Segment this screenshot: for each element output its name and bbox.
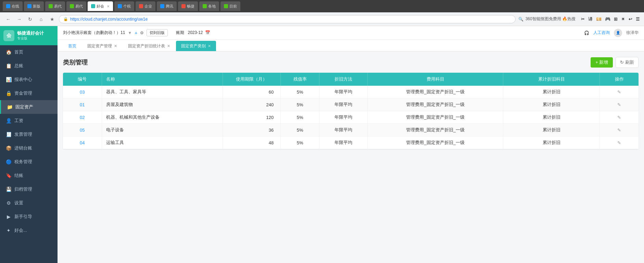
cell-period-2: 120 [223, 111, 281, 124]
cell-action-1[interactable]: ✎ [600, 98, 639, 111]
browser-tab-tax[interactable]: 个税 [114, 1, 134, 11]
browser-tab-chanjet[interactable]: 好会 ✕ [88, 1, 113, 11]
col-header-depreciation: 累计折旧科目 [503, 73, 600, 86]
tab-category[interactable]: 固定资产类别 ✕ [176, 41, 216, 51]
sidebar-item-home[interactable]: 🏠 首页 [0, 45, 58, 59]
cell-period-0: 60 [223, 86, 281, 98]
cell-name-4: 运输工具 [102, 136, 223, 149]
sidebar-item-funds[interactable]: 🔒 资金管理 [0, 86, 58, 100]
menu-icon[interactable]: ☰ [636, 16, 640, 22]
fixed-assets-icon: 📁 [7, 104, 13, 110]
edit-icon[interactable]: ✎ [617, 128, 621, 133]
tab-fixed-mgmt-label: 固定资产管理 [87, 43, 112, 49]
browser-tab-new[interactable]: 新版 [24, 1, 44, 11]
sidebar-item-more[interactable]: ✦ 好会... [0, 224, 58, 237]
browser-tab-online[interactable]: 在线 [3, 1, 23, 11]
col-header-period: 使用期限（月） [223, 73, 281, 86]
scissors-icon[interactable]: ✂ [581, 16, 585, 22]
cell-action-0[interactable]: ✎ [600, 86, 639, 98]
cell-action-2[interactable]: ✎ [600, 111, 639, 124]
more-icon: ✦ [5, 227, 12, 234]
sidebar-item-guide[interactable]: ▶ 新手引导 [0, 210, 58, 224]
nav-home[interactable]: ⌂ [37, 15, 45, 23]
add-button[interactable]: + 新增 [591, 57, 613, 68]
sidebar-item-invoice[interactable]: 🧾 发票管理 [0, 128, 58, 141]
nav-refresh[interactable]: ↻ [26, 15, 34, 23]
funds-icon: 🔒 [5, 90, 12, 96]
browser-tab-close-chanjet[interactable]: ✕ [107, 4, 110, 8]
cell-period-1: 240 [223, 98, 281, 111]
cell-expense-0: 管理费用_固定资产折旧_一级 [368, 86, 503, 98]
wallet-icon[interactable]: 💴 [596, 16, 602, 22]
nav-bookmark[interactable]: ★ [48, 15, 56, 23]
cell-action-4[interactable]: ✎ [600, 136, 639, 149]
nav-back[interactable]: ← [4, 15, 12, 23]
tab-depreciation[interactable]: 固定资产折旧统计表 ✕ [123, 41, 175, 51]
history-icon[interactable]: ↩ [629, 16, 632, 22]
archive-icon: 💾 [5, 186, 12, 192]
sidebar-item-reports[interactable]: 📊 报表中心 [0, 73, 58, 86]
topbar-add-icon[interactable]: + [135, 30, 137, 36]
switch-version-button[interactable]: 切到旧版 [147, 29, 168, 36]
sidebar-label-tax: 税务管理 [14, 159, 32, 165]
cell-expense-4: 管理费用_固定资产折旧_一级 [368, 136, 503, 149]
sidebar-label-funds: 资金管理 [14, 90, 32, 96]
tab-close-category[interactable]: ✕ [208, 44, 211, 48]
browser-tab-easy1[interactable]: 易代 [45, 1, 65, 11]
sidebar-item-checkout[interactable]: 🔖 结账 [0, 169, 58, 182]
topbar: 刘小艳演示账套（勿删勿动！）11 ▼ + ⚙ 切到旧版 账期 2023-12 📅… [58, 26, 644, 40]
sidebar-item-tax[interactable]: 🔵 税务管理 [0, 155, 58, 169]
sidebar-label-settings: 设置 [14, 200, 23, 206]
refresh-button[interactable]: ↻ 刷新 [616, 57, 639, 68]
sidebar-item-inventory[interactable]: 📦 进销台账 [0, 141, 58, 155]
topbar-settings-icon[interactable]: ⚙ [140, 31, 144, 35]
sidebar-item-settings[interactable]: ⚙ 设置 [0, 196, 58, 210]
sidebar-label-checkout: 结账 [14, 172, 23, 179]
brightness-icon[interactable]: ☀ [621, 16, 625, 22]
page-tabbar: 首页 固定资产管理 ✕ 固定资产折旧统计表 ✕ 固定资产类别 ✕ [58, 40, 644, 51]
browser-tab-gedi[interactable]: 各地 [199, 1, 219, 11]
cell-name-1: 房屋及建筑物 [102, 98, 223, 111]
tab-home[interactable]: 首页 [63, 41, 81, 51]
sidebar-item-archive[interactable]: 💾 归档管理 [0, 182, 58, 196]
table-row: 05 电子设备 36 5% 年限平均 管理费用_固定资产折旧_一级 累计折旧 ✎ [63, 124, 639, 136]
edit-icon[interactable]: ✎ [617, 140, 621, 145]
browser-tab-current[interactable]: 目前 [220, 1, 240, 11]
sidebar-item-payroll[interactable]: 👤 工资 [0, 114, 58, 128]
browser-chrome: 在线 新版 易代 易代 好会 ✕ 个税 企业 腾讯 畅捷 各地 目前 [0, 0, 644, 12]
cell-expense-3: 管理费用_固定资产折旧_一级 [368, 124, 503, 136]
nav-forward[interactable]: → [15, 15, 23, 23]
category-table: 编号 名称 使用期限（月） 残值率 折旧方法 费用科目 累计折旧科目 操作 03… [63, 73, 639, 149]
sidebar-item-fixed-assets[interactable]: 📁 固定资产 [0, 100, 58, 114]
inventory-icon: 📦 [5, 145, 12, 151]
edit-icon[interactable]: ✎ [617, 115, 621, 120]
grid-icon[interactable]: ⊞ [614, 16, 618, 22]
game-icon[interactable]: 🎮 [605, 16, 610, 22]
cell-action-3[interactable]: ✎ [600, 124, 639, 136]
main-content: 刘小艳演示账套（勿删勿动！）11 ▼ + ⚙ 切到旧版 账期 2023-12 📅… [58, 26, 644, 263]
address-bar[interactable]: 🔒 https://cloud.chanjet.com/accounting/u… [59, 15, 516, 23]
translate-icon[interactable]: 译 [588, 16, 593, 22]
tab-fixed-mgmt[interactable]: 固定资产管理 ✕ [82, 41, 122, 51]
sidebar-item-ledger[interactable]: 📋 总账 [0, 59, 58, 73]
edit-icon[interactable]: ✎ [617, 102, 621, 107]
search-text: 360智能抠图免费用 🔥热搜 [526, 16, 576, 22]
service-label[interactable]: 人工咨询 [593, 30, 610, 36]
browser-tab-changjie[interactable]: 畅捷 [178, 1, 198, 11]
tab-category-label: 固定资产类别 [181, 43, 206, 49]
cell-code-3[interactable]: 05 [63, 124, 102, 136]
calendar-icon[interactable]: 📅 [205, 30, 210, 35]
page-header: 类别管理 + 新增 ↻ 刷新 [63, 57, 639, 68]
tab-close-fixed-mgmt[interactable]: ✕ [114, 44, 117, 48]
edit-icon[interactable]: ✎ [617, 89, 621, 95]
browser-tab-easy2[interactable]: 易代 [66, 1, 86, 11]
tab-close-depreciation[interactable]: ✕ [167, 44, 170, 48]
dropdown-icon[interactable]: ▼ [128, 31, 132, 35]
cell-code-1[interactable]: 01 [63, 98, 102, 111]
browser-tab-tencent[interactable]: 腾讯 [157, 1, 177, 11]
cell-code-0[interactable]: 03 [63, 86, 102, 98]
cell-code-4[interactable]: 04 [63, 136, 102, 149]
cell-code-2[interactable]: 02 [63, 111, 102, 124]
cell-depreciation-1: 累计折旧 [503, 98, 600, 111]
browser-tab-enterprise[interactable]: 企业 [136, 1, 155, 11]
